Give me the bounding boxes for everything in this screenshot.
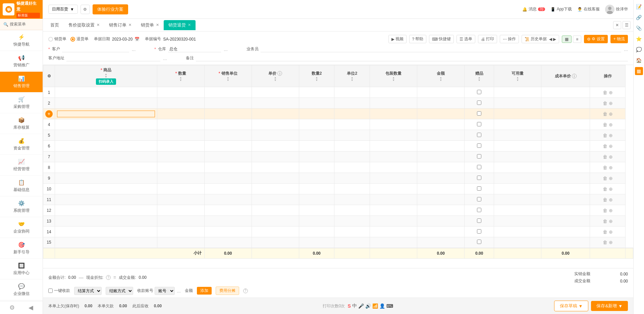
amount-cell[interactable] [417, 227, 465, 237]
amount-cell[interactable] [417, 216, 465, 227]
sidebar-item-quick-nav[interactable]: ⚡ 快捷导航 [0, 30, 43, 51]
available-cell[interactable] [494, 119, 541, 130]
sort-pkg-quantity-icon[interactable]: ▲▼ [373, 76, 414, 82]
cost-unit-price-cell[interactable] [541, 141, 590, 151]
gift-checkbox[interactable] [477, 197, 481, 201]
sidebar-item-basic-info[interactable]: 📋 基础信息 [0, 176, 43, 196]
unit-price-cell[interactable] [252, 141, 299, 151]
trial-plan-button[interactable]: 体验行业方案 [93, 4, 128, 14]
wifi-icon[interactable]: 📶 [372, 303, 378, 309]
cost-unit-price-cell[interactable] [541, 119, 590, 130]
quantity2-cell[interactable] [299, 173, 334, 184]
cost-unit-price-cell[interactable] [541, 194, 590, 205]
save-new-button[interactable]: 保存&新增 ▼ [591, 301, 628, 311]
gift-cell[interactable] [465, 227, 494, 237]
accounting-method-select[interactable]: 结算方式 [74, 287, 102, 295]
delete-row-icon[interactable]: 🗑 [603, 133, 607, 138]
gift-cell[interactable] [465, 141, 494, 151]
tab-menu-button[interactable]: ☰ [623, 21, 631, 29]
close-tab-icon[interactable]: ✕ [97, 23, 100, 27]
unit-price-info-icon[interactable]: i [277, 71, 282, 76]
available-cell[interactable] [494, 205, 541, 216]
unit-price-cell[interactable] [252, 184, 299, 194]
right-panel-door-icon[interactable]: 🏠 [635, 56, 643, 64]
sort-quantity-icon[interactable]: ▲▼ [160, 76, 202, 82]
pkg-quantity-cell[interactable] [370, 141, 417, 151]
quantity2-cell[interactable] [299, 141, 334, 151]
collapse-sidebar-icon[interactable]: ◀ [29, 304, 33, 311]
available-cell[interactable] [494, 173, 541, 184]
copy-row-icon[interactable]: ⊕ [609, 143, 613, 149]
pkg-quantity-cell[interactable] [370, 130, 417, 141]
unit2-cell[interactable] [334, 98, 370, 109]
delete-row-icon[interactable]: 🗑 [603, 218, 607, 224]
tab-home[interactable]: 首页 [46, 20, 64, 30]
gift-cell[interactable] [465, 173, 494, 184]
pkg-quantity-cell[interactable] [370, 227, 417, 237]
sale-unit-cell[interactable] [204, 130, 252, 141]
select-order-button[interactable]: ☰ 选单 [457, 35, 475, 43]
delete-row-icon[interactable]: 🗑 [603, 176, 607, 181]
sort-gift-icon[interactable]: ▲▼ [467, 76, 491, 82]
right-panel-attachment-icon[interactable]: 📎 [635, 24, 643, 32]
unit2-cell[interactable] [334, 162, 370, 173]
gift-cell[interactable] [465, 184, 494, 194]
search-menu[interactable]: 🔍 搜索菜单 [0, 19, 43, 30]
quantity2-cell[interactable] [299, 162, 334, 173]
product-cell[interactable] [55, 216, 157, 227]
unit-price-cell[interactable] [252, 205, 299, 216]
amount-cell[interactable] [417, 130, 465, 141]
quantity-cell[interactable] [157, 184, 204, 194]
gift-checkbox[interactable] [477, 186, 481, 191]
cash-discount-info-icon[interactable]: ? [106, 275, 111, 280]
gift-cell[interactable] [465, 237, 494, 248]
keyboard-status-icon[interactable]: ⌨ [386, 303, 393, 309]
pkg-quantity-cell[interactable] [370, 151, 417, 162]
salesperson-dots-button[interactable]: ... [624, 47, 628, 52]
sidebar-item-marketing[interactable]: 📢 营销推广 [0, 51, 43, 72]
close-tab-icon[interactable]: ✕ [188, 23, 191, 27]
pkg-quantity-cell[interactable] [370, 173, 417, 184]
unit2-cell[interactable] [334, 173, 370, 184]
quantity-cell[interactable] [157, 237, 204, 248]
cost-unit-price-cell[interactable] [541, 162, 590, 173]
sidebar-item-finance-mgmt[interactable]: 💰 资金管理 [0, 134, 43, 155]
amount-cell[interactable] [417, 194, 465, 205]
right-panel-notes-icon[interactable]: 📝 [635, 3, 643, 11]
unit-price-cell[interactable] [252, 151, 299, 162]
list-view-button[interactable]: ≡ [573, 36, 581, 43]
delete-row-icon[interactable]: 🗑 [603, 111, 607, 117]
copy-row-icon[interactable]: ⊕ [609, 240, 613, 245]
cost-unit-price-cell[interactable] [541, 184, 590, 194]
delete-row-icon[interactable]: 🗑 [603, 90, 607, 95]
copy-row-icon[interactable]: ⊕ [609, 208, 613, 213]
sale-unit-cell[interactable] [204, 119, 252, 130]
sidebar-item-newbie-guide[interactable]: 🎯 新手引导 [0, 238, 43, 259]
gift-cell[interactable] [465, 205, 494, 216]
unit-price-cell[interactable] [252, 87, 299, 98]
customer-dots-button[interactable]: ... [132, 47, 136, 52]
pkg-quantity-cell[interactable] [370, 162, 417, 173]
quantity-cell[interactable] [157, 109, 204, 119]
address-input[interactable] [66, 55, 160, 61]
cost-unit-price-cell[interactable] [541, 227, 590, 237]
nav-next-icon[interactable]: ▶ [553, 37, 556, 42]
product-cell[interactable] [55, 98, 157, 109]
quantity2-cell[interactable] [299, 216, 334, 227]
unit-price-cell[interactable] [252, 227, 299, 237]
copy-row-icon[interactable]: ⊕ [609, 176, 613, 181]
quantity2-cell[interactable] [299, 184, 334, 194]
history-orders-button[interactable]: 📜 历史单据 ◀ ▶ [522, 35, 559, 43]
product-cell[interactable] [55, 119, 157, 130]
available-cell[interactable] [494, 151, 541, 162]
volume-icon[interactable]: 🔊 [365, 303, 371, 309]
pkg-quantity-cell[interactable] [370, 109, 417, 119]
sidebar-item-inventory-calc[interactable]: 📦 库存核算 [0, 113, 43, 134]
product-cell[interactable] [55, 141, 157, 151]
settings-gear-button[interactable]: ⚙ [80, 5, 90, 14]
warehouse-dots-button[interactable]: ... [224, 47, 228, 52]
unit-price-cell[interactable] [252, 216, 299, 227]
nav-prev-icon[interactable]: ◀ [549, 37, 552, 42]
amount-cell[interactable] [417, 205, 465, 216]
quantity-cell[interactable] [157, 87, 204, 98]
